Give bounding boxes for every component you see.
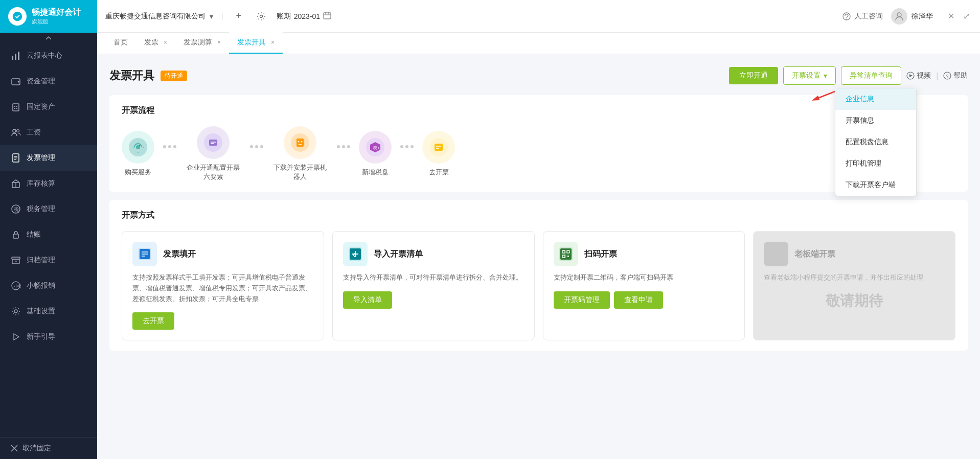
- tab-close-fapiao[interactable]: ×: [164, 39, 167, 46]
- tab-bar: 首页 发票 × 发票测算 × 发票开具 ×: [97, 33, 980, 54]
- svg-point-5: [18, 81, 19, 83]
- building-icon: [10, 101, 21, 112]
- tab-home[interactable]: 首页: [105, 32, 136, 54]
- settings-dropdown-button[interactable]: 开票设置 ▾: [783, 66, 836, 85]
- svg-text:税: 税: [14, 206, 19, 212]
- method-desc-tiankhai: 支持按照发票样式手工填开发票；可开具增值税电子普通发票、增值税普通发票、增值税专…: [132, 272, 313, 304]
- sidebar-label-gongzi: 工资: [27, 128, 41, 137]
- svg-point-29: [260, 15, 262, 17]
- step-connector-1: [154, 145, 185, 148]
- gear-icon: [10, 306, 21, 317]
- svg-text:小畅: 小畅: [14, 284, 21, 289]
- header-actions: 立即开通 开票设置 ▾ 异常清单查询 视频 | ? 帮助: [729, 66, 968, 85]
- flow-section-title: 开票流程: [122, 105, 955, 116]
- top-right-actions: 人工咨询 徐泽华 ✕ ⤢: [842, 8, 972, 25]
- step-icon-1: [122, 131, 154, 164]
- svg-rect-71: [567, 256, 569, 257]
- calendar-icon: [323, 11, 331, 21]
- dropdown-item-enterprise[interactable]: 企业信息: [835, 88, 916, 110]
- close-button[interactable]: ✕: [945, 11, 956, 22]
- dropdown-item-invoice-info[interactable]: 开票信息: [835, 110, 916, 131]
- receipt-icon: [10, 152, 21, 164]
- sidebar-item-jiezhang[interactable]: 结账: [0, 222, 97, 247]
- help-button[interactable]: ? 帮助: [943, 71, 968, 80]
- sidebar-label-xiaobaoxiao: 小畅报销: [27, 281, 55, 290]
- dropdown-item-printer[interactable]: 打印机管理: [835, 153, 916, 174]
- svg-point-11: [13, 129, 16, 132]
- sidebar-item-guidang[interactable]: 归档管理: [0, 247, 97, 273]
- svg-text:?: ?: [946, 74, 949, 79]
- top-divider: |: [221, 12, 223, 20]
- method-card-daoru: 导入开票清单 支持导入待开票清单，可对待开票清单进行拆分、合并处理。 导入清单: [332, 231, 535, 340]
- add-company-button[interactable]: +: [232, 9, 246, 24]
- sidebar-item-xiaobaoxiao[interactable]: 小畅 小畅报销: [0, 273, 97, 299]
- step-label-1: 购买服务: [125, 168, 151, 177]
- sidebar-label-jiezhang: 结账: [27, 230, 41, 239]
- svg-rect-49: [297, 139, 304, 147]
- abnormal-button[interactable]: 异常清单查询: [841, 66, 901, 85]
- people-icon: [10, 127, 21, 138]
- sidebar: 畅捷通好会计 旗舰版 云报表中心 资金管理: [0, 0, 97, 459]
- status-badge: 待开通: [161, 71, 187, 81]
- method-title-laoban: 老板端开票: [794, 249, 835, 260]
- method-btn-saoma-qrcode[interactable]: 开票码管理: [554, 291, 610, 309]
- box-icon: [10, 178, 21, 189]
- step-label-5: 去开票: [429, 168, 449, 177]
- tab-fapiao-kaiju[interactable]: 发票开具 ×: [229, 32, 283, 54]
- method-header-saoma: 扫码开票: [554, 242, 735, 266]
- flow-step-4: 税+ 新增税盘: [359, 131, 392, 177]
- sidebar-item-fapiao[interactable]: 发票管理: [0, 145, 97, 171]
- tab-close-cesuan[interactable]: ×: [217, 39, 221, 46]
- svg-text:税+: 税+: [373, 146, 380, 150]
- tab-close-kaiju[interactable]: ×: [271, 39, 275, 46]
- sidebar-label-xinshouyin: 新手引导: [27, 332, 55, 341]
- settings-dropdown-menu: 企业信息 开票信息 配置税盘信息 打印机管理 下载开票客户端: [835, 88, 917, 196]
- maximize-button[interactable]: ⤢: [961, 11, 972, 22]
- svg-point-50: [298, 141, 300, 143]
- method-btns-saoma: 开票码管理 查看申请: [554, 291, 735, 309]
- video-button[interactable]: 视频: [906, 71, 931, 80]
- dropdown-item-download[interactable]: 下载开票客户端: [835, 174, 916, 196]
- step-icon-3: [284, 126, 316, 159]
- content-area: 发票开具 待开通 立即开通 开票设置 ▾ 异常清单查询 视频 |: [97, 54, 980, 459]
- service-button[interactable]: 人工咨询: [842, 12, 883, 21]
- step-icon-4: 税+: [359, 131, 392, 164]
- sidebar-scroll-up[interactable]: [0, 33, 97, 43]
- methods-grid: 发票填开 支持按照发票样式手工填开发票；可开具增值税电子普通发票、增值税普通发票…: [122, 231, 955, 340]
- settings-button[interactable]: [254, 9, 268, 24]
- sidebar-item-gudingzichan[interactable]: 固定资产: [0, 94, 97, 120]
- app-title: 畅捷通好会计: [32, 7, 81, 18]
- sidebar-item-gongzi[interactable]: 工资: [0, 120, 97, 145]
- method-btn-saoma-view[interactable]: 查看申请: [614, 291, 663, 309]
- sidebar-label-zijin: 资金管理: [27, 77, 55, 86]
- svg-point-27: [14, 310, 17, 313]
- user-info[interactable]: 徐泽华: [891, 8, 933, 25]
- sidebar-item-jichu[interactable]: 基础设置: [0, 299, 97, 324]
- sidebar-item-xinshouyin[interactable]: 新手引导: [0, 324, 97, 350]
- method-btn-daoru[interactable]: 导入清单: [343, 291, 392, 309]
- method-icon-daoru: [343, 242, 368, 266]
- sidebar-item-yunbao[interactable]: 云报表中心: [0, 43, 97, 68]
- step-label-2: 企业开通配置开票六要素: [185, 163, 241, 181]
- sidebar-item-zijin[interactable]: 资金管理: [0, 68, 97, 94]
- sidebar-label-kucun: 库存核算: [27, 179, 55, 188]
- sidebar-item-shuiwu[interactable]: 税 税务管理: [0, 196, 97, 222]
- method-header-laoban: 老板端开票: [764, 242, 945, 266]
- step-icon-5: [422, 131, 455, 164]
- flow-step-3: 下载并安装开票机器人: [272, 126, 328, 181]
- dropdown-item-tax-disk[interactable]: 配置税盘信息: [835, 131, 916, 153]
- logo-icon: [8, 7, 27, 26]
- method-btn-tiankhai[interactable]: 去开票: [132, 312, 174, 330]
- svg-rect-2: [15, 54, 16, 60]
- tab-fapiao-cesuan[interactable]: 发票测算 ×: [175, 32, 229, 54]
- app-logo: 畅捷通好会计 旗舰版: [0, 0, 97, 33]
- sidebar-item-kucun[interactable]: 库存核算: [0, 171, 97, 196]
- flow-steps: 购买服务 企业开通配置开票六要素: [122, 126, 955, 181]
- disabled-overlay-laoban: 敬请期待: [764, 291, 945, 311]
- company-selector[interactable]: 重庆畅捷交通信息咨询有限公司 ▾: [105, 12, 213, 21]
- svg-rect-9: [14, 108, 15, 109]
- tab-fapiao[interactable]: 发票 ×: [136, 32, 175, 54]
- sidebar-cancel-pin[interactable]: 取消固定: [0, 437, 97, 459]
- activate-button[interactable]: 立即开通: [729, 67, 778, 84]
- sidebar-label-guidang: 归档管理: [27, 256, 55, 265]
